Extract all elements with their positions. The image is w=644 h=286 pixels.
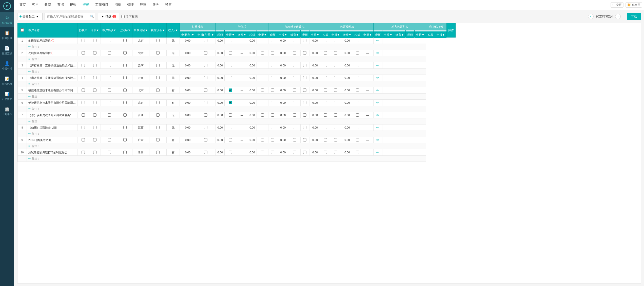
- zengjia-jiaofei-checkbox[interactable]: [271, 88, 274, 92]
- chengshi-shenbao-checkbox[interactable]: [293, 151, 296, 154]
- choushui-checkbox[interactable]: [82, 101, 85, 104]
- zengjia-shenbao2-checkbox[interactable]: [261, 88, 264, 92]
- caiwu-year-checkbox[interactable]: [204, 151, 207, 154]
- difang-shenbao-checkbox[interactable]: [356, 76, 359, 79]
- note-edit-icon[interactable]: ✏: [28, 145, 31, 148]
- zengjia-jiaofei-checkbox[interactable]: [271, 126, 274, 129]
- zengjia-shenbao-checkbox[interactable]: [229, 39, 232, 42]
- jiaoyu-jiaofei-checkbox[interactable]: [334, 101, 337, 104]
- zengjia-shenbao-checkbox[interactable]: [229, 151, 232, 154]
- kongzhi-checkbox[interactable]: [156, 113, 160, 117]
- zengjia-shenbao-checkbox[interactable]: [229, 51, 232, 55]
- filter-button[interactable]: ▼ 筛选 1: [98, 13, 119, 20]
- kongzhi-checkbox[interactable]: [156, 88, 160, 92]
- zengjia-shenbao-checkbox[interactable]: [229, 88, 232, 92]
- note-edit-icon[interactable]: ✏: [28, 157, 31, 160]
- huaka-checkbox[interactable]: [93, 64, 96, 67]
- mingxia-checkbox-label[interactable]: 名下标表: [121, 14, 138, 19]
- kongzhi-checkbox[interactable]: [156, 138, 160, 141]
- nav-jingying[interactable]: 经营: [137, 0, 149, 10]
- choushui-checkbox[interactable]: [82, 151, 85, 154]
- zengjia-shenbao-checkbox[interactable]: [229, 113, 232, 117]
- note-edit-icon[interactable]: ✏: [28, 95, 31, 98]
- chengshi-shenbao-checkbox[interactable]: [293, 138, 296, 141]
- quedren-checkbox[interactable]: [108, 113, 111, 117]
- next-month-button[interactable]: ›: [615, 14, 621, 19]
- jiaoyu-shenbao-checkbox[interactable]: [324, 101, 327, 104]
- huaka-checkbox[interactable]: [93, 151, 96, 154]
- quedren-checkbox[interactable]: [108, 76, 111, 79]
- jiaoyu-jiaofei-checkbox[interactable]: [334, 126, 337, 129]
- caiwu-year-checkbox[interactable]: [204, 113, 207, 117]
- caiwu-year-checkbox[interactable]: [204, 39, 207, 42]
- nav-gongshang[interactable]: 工商项目: [92, 0, 111, 10]
- chengshi-jiaofei-checkbox[interactable]: [303, 39, 306, 42]
- zengjia-jiaofei-checkbox[interactable]: [271, 51, 274, 55]
- huaka-checkbox[interactable]: [93, 138, 96, 141]
- kongzhi-checkbox[interactable]: [156, 64, 160, 67]
- select-all-checkbox[interactable]: [21, 28, 24, 32]
- search-icon[interactable]: 🔍: [90, 15, 94, 18]
- nav-jizhi[interactable]: 记账: [67, 0, 80, 10]
- zengjia-jiaofei-checkbox[interactable]: [271, 76, 274, 79]
- edit-icon[interactable]: ✏: [374, 87, 382, 94]
- edit-icon[interactable]: ✏: [374, 149, 382, 156]
- quedren-checkbox[interactable]: [108, 64, 111, 67]
- jiaoyu-shenbao-checkbox[interactable]: [324, 64, 327, 67]
- caiwu-year-checkbox[interactable]: [204, 64, 207, 67]
- difang-shenbao-checkbox[interactable]: [356, 51, 359, 55]
- sidebar-item-huizong[interactable]: 📊 汇总描述: [0, 88, 14, 103]
- chengshi-jiaofei-checkbox[interactable]: [303, 51, 306, 55]
- yibao-checkbox[interactable]: [123, 88, 127, 92]
- jiaoyu-shenbao-checkbox[interactable]: [324, 39, 327, 42]
- zengjia-shenbao-checkbox[interactable]: [229, 76, 232, 79]
- jiaoyu-shenbao-checkbox[interactable]: [324, 113, 327, 117]
- chengshi-shenbao-checkbox[interactable]: [293, 113, 296, 117]
- caiwu-year-checkbox[interactable]: [204, 138, 207, 141]
- jiaoyu-jiaofei-checkbox[interactable]: [334, 39, 337, 42]
- difang-shenbao-checkbox[interactable]: [356, 151, 359, 154]
- chengshi-shenbao-checkbox[interactable]: [293, 76, 296, 79]
- edit-icon[interactable]: ✏: [374, 124, 382, 131]
- jiaoyu-jiaofei-checkbox[interactable]: [334, 51, 337, 55]
- edit-icon[interactable]: ✏: [374, 62, 382, 69]
- huaka-checkbox[interactable]: [93, 101, 96, 104]
- chengshi-jiaofei-checkbox[interactable]: [303, 113, 306, 117]
- difang-shenbao-checkbox[interactable]: [356, 113, 359, 117]
- note-edit-icon[interactable]: ✏: [28, 82, 31, 85]
- member-button[interactable]: 👑 稻会员: [626, 2, 642, 8]
- edit-icon[interactable]: ✏: [374, 75, 382, 81]
- huaka-checkbox[interactable]: [93, 39, 96, 42]
- edit-icon[interactable]: ✏: [374, 100, 382, 106]
- note-edit-icon[interactable]: ✏: [28, 107, 31, 110]
- jiaoyu-jiaofei-checkbox[interactable]: [334, 88, 337, 92]
- quedren-checkbox[interactable]: [108, 88, 111, 92]
- quedren-checkbox[interactable]: [108, 138, 111, 141]
- nav-shezhi[interactable]: 设置: [162, 0, 175, 10]
- zengjia-shenbao2-checkbox[interactable]: [261, 151, 264, 154]
- zengjia-shenbao-checkbox[interactable]: [229, 138, 232, 141]
- jiaoyu-shenbao-checkbox[interactable]: [324, 126, 327, 129]
- zengjia-jiaofei-checkbox[interactable]: [271, 151, 274, 154]
- zengjia-shenbao-checkbox[interactable]: [229, 64, 232, 67]
- fullscreen-button[interactable]: ⛶ 全屏: [611, 2, 623, 8]
- huaka-checkbox[interactable]: [93, 76, 96, 79]
- chengshi-jiaofei-checkbox[interactable]: [303, 88, 306, 92]
- yibao-checkbox[interactable]: [123, 138, 127, 141]
- yibao-checkbox[interactable]: [123, 113, 127, 117]
- employee-select[interactable]: 全部员工 ▼: [17, 13, 43, 20]
- yibao-checkbox[interactable]: [123, 51, 127, 55]
- nav-guanli[interactable]: 管理: [124, 0, 137, 10]
- difang-shenbao-checkbox[interactable]: [356, 88, 359, 92]
- zengjia-jiaofei-checkbox[interactable]: [271, 113, 274, 117]
- caiwu-year-checkbox[interactable]: [204, 126, 207, 129]
- note-edit-icon[interactable]: ✏: [28, 120, 31, 123]
- difang-shenbao-checkbox[interactable]: [356, 126, 359, 129]
- zengjia-shenbao2-checkbox[interactable]: [261, 64, 264, 67]
- chengshi-shenbao-checkbox[interactable]: [293, 126, 296, 129]
- yibao-checkbox[interactable]: [123, 126, 127, 129]
- chengshi-jiaofei-checkbox[interactable]: [303, 151, 306, 154]
- download-button[interactable]: 下载: [627, 13, 641, 20]
- nav-home[interactable]: 首页: [16, 0, 29, 10]
- sidebar-item-geshui[interactable]: 👤 个税申报: [0, 58, 14, 73]
